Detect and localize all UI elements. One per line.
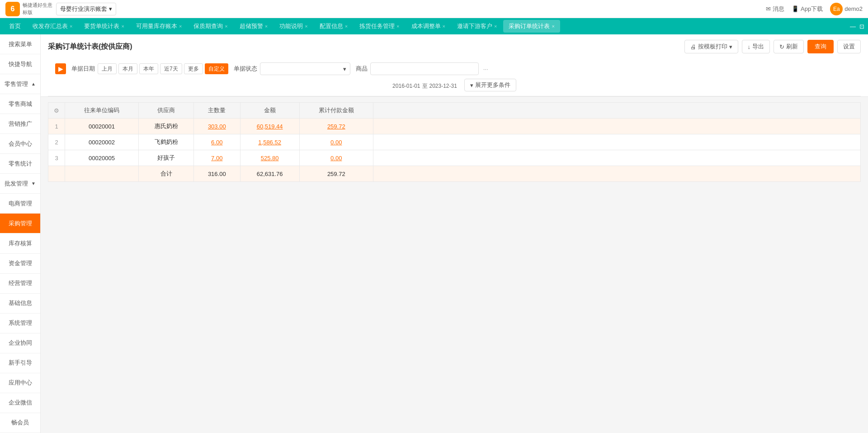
tab-jianhuo[interactable]: 拣货任务管理 × (354, 20, 405, 33)
tab-kuyun[interactable]: 可用量库存账本 × (131, 20, 187, 33)
main-layout: 搜索菜单 快捷导航 零售管理 ▲ 零售商城 营销推广 会员中心 零售统计 批发管… (0, 34, 868, 433)
tab-caigou-close[interactable]: × (552, 24, 554, 29)
filter-goods-item: 商品 ··· (356, 62, 490, 75)
tab-caigou[interactable]: 采购订单统计表 × (503, 20, 560, 33)
page-header: 采购订单统计表(按供应商) 🖨 按模板打印 ▾ ↓ 导出 ↻ 刷新 (41, 34, 868, 97)
retail-mgmt-arrow-icon: ▲ (31, 81, 36, 86)
tab-shoufa[interactable]: 收发存汇总表 × (27, 20, 78, 33)
company-selector[interactable]: 母婴行业演示账套 ▾ (56, 3, 116, 15)
sidebar-item-marketing[interactable]: 营销推广 (0, 114, 40, 134)
tab-yaoqing[interactable]: 邀请下游客户 × (452, 20, 502, 33)
goods-more-icon[interactable]: ··· (481, 66, 490, 72)
sidebar-item-member[interactable]: 会员中心 (0, 134, 40, 154)
sidebar-item-retail-mgmt[interactable]: 零售管理 ▲ (0, 74, 40, 94)
sidebar-item-app-center[interactable]: 应用中心 (0, 373, 40, 393)
logo-area: 6 畅捷通好生意标版 (5, 2, 52, 16)
refresh-icon: ↻ (779, 43, 784, 50)
footer-label: 合计 (139, 166, 194, 182)
col-code: 往来单位编码 (65, 103, 139, 119)
expand-filter-button[interactable]: ▾ 展开更多条件 (464, 79, 516, 91)
nav-minimize-icon[interactable]: — (850, 23, 856, 30)
print-button[interactable]: 🖨 按模板打印 ▾ (684, 40, 738, 53)
tab-chengben-close[interactable]: × (443, 24, 445, 29)
sidebar-item-basic-info[interactable]: 基础信息 (0, 294, 40, 314)
export-button[interactable]: ↓ 导出 (742, 40, 770, 53)
sidebar-item-purchase[interactable]: 采购管理 (0, 214, 40, 233)
app-download-button[interactable]: 📱 App下载 (792, 5, 823, 13)
data-table: ⚙ 往来单位编码 供应商 主数量 金额 累计付款金额 1 00020001 (48, 102, 861, 182)
date-btn-this-year[interactable]: 本年 (139, 63, 158, 74)
tab-baozhi[interactable]: 保质期查询 × (188, 20, 233, 33)
sidebar-item-nav[interactable]: 快捷导航 (0, 54, 40, 74)
row-extra (373, 134, 860, 150)
sidebar-item-operations-label: 经营管理 (9, 279, 32, 287)
col-supplier: 供应商 (139, 103, 194, 119)
date-range-end: 2023-12-31 (429, 83, 457, 89)
query-button[interactable]: 查询 (807, 40, 834, 53)
date-btn-7days[interactable]: 近7天 (160, 63, 182, 74)
collapse-toggle-button[interactable]: ▶ (55, 63, 66, 74)
tab-shoufa-close[interactable]: × (70, 24, 72, 29)
refresh-label: 刷新 (786, 43, 798, 51)
tab-chaochun-close[interactable]: × (265, 24, 268, 29)
row-num: 2 (48, 134, 65, 150)
logo-icon: 6 (5, 2, 20, 16)
sidebar: 搜索菜单 快捷导航 零售管理 ▲ 零售商城 营销推广 会员中心 零售统计 批发管… (0, 34, 41, 433)
nav-maximize-icon[interactable]: ⊡ (859, 23, 864, 30)
tab-chaochun[interactable]: 超储预警 × (234, 20, 273, 33)
message-button[interactable]: ✉ 消息 (766, 5, 784, 13)
user-profile[interactable]: Ea demo2 (830, 3, 863, 15)
row-supplier: 飞鹤奶粉 (139, 134, 194, 150)
sidebar-item-finance[interactable]: 资金管理 (0, 254, 40, 274)
tab-yaohuo-close[interactable]: × (121, 24, 124, 29)
sidebar-item-retail-stats[interactable]: 零售统计 (0, 154, 40, 174)
sidebar-item-guide[interactable]: 新手引导 (0, 353, 40, 373)
app-download-label: App下载 (801, 5, 823, 13)
col-settings-icon[interactable]: ⚙ (54, 107, 59, 114)
tab-yaohuo[interactable]: 要货单统计表 × (79, 20, 129, 33)
tab-jianhuo-label: 拣货任务管理 (359, 22, 395, 30)
sidebar-item-wholesale[interactable]: 批发管理 ▼ (0, 174, 40, 194)
sidebar-item-search[interactable]: 搜索菜单 (0, 34, 40, 54)
date-btn-more[interactable]: 更多 (184, 63, 203, 74)
sidebar-item-member2[interactable]: 畅会员 (0, 413, 40, 433)
tab-yaoqing-close[interactable]: × (494, 24, 497, 29)
date-btn-this-month[interactable]: 本月 (118, 63, 137, 74)
tab-gongneng-close[interactable]: × (305, 24, 307, 29)
tab-chengben[interactable]: 成本调整单 × (406, 20, 451, 33)
col-amount: 金额 (240, 103, 299, 119)
goods-input[interactable] (370, 62, 479, 75)
sidebar-item-member-label: 会员中心 (9, 140, 32, 148)
company-name: 母婴行业演示账套 (60, 5, 107, 13)
sidebar-item-system[interactable]: 系统管理 (0, 314, 40, 333)
date-range-sep: 至 (422, 82, 428, 90)
sidebar-item-collab[interactable]: 企业协同 (0, 333, 40, 353)
user-avatar: Ea (830, 3, 843, 15)
tab-gongneng[interactable]: 功能说明 × (274, 20, 313, 33)
sidebar-item-retail-shop[interactable]: 零售商城 (0, 94, 40, 114)
sidebar-item-operations[interactable]: 经营管理 (0, 274, 40, 294)
date-btn-last-month[interactable]: 上月 (98, 63, 117, 74)
export-label: 导出 (752, 43, 764, 51)
date-btn-custom[interactable]: 自定义 (205, 63, 228, 74)
top-bar-left: 6 畅捷通好生意标版 母婴行业演示账套 ▾ (5, 2, 116, 16)
setting-button[interactable]: 设置 (837, 40, 861, 53)
refresh-button[interactable]: ↻ 刷新 (774, 40, 804, 53)
sidebar-item-inventory[interactable]: 库存核算 (0, 233, 40, 253)
tab-baozhi-close[interactable]: × (225, 24, 227, 29)
sidebar-item-wholesale-label: 批发管理 (5, 180, 28, 188)
footer-row: 合计 316.00 62,631.76 259.72 (48, 166, 861, 182)
sidebar-item-member2-label: 畅会员 (11, 419, 29, 427)
sidebar-item-wechat[interactable]: 企业微信 (0, 393, 40, 413)
tab-peizhi-close[interactable]: × (345, 24, 348, 29)
status-filter-label: 单据状态 (234, 65, 257, 73)
footer-amount: 62,631.76 (240, 166, 299, 182)
tab-kuyun-close[interactable]: × (179, 24, 182, 29)
sidebar-item-ecommerce[interactable]: 电商管理 (0, 194, 40, 214)
tab-jianhuo-close[interactable]: × (396, 24, 399, 29)
message-icon: ✉ (766, 5, 771, 12)
tab-home[interactable]: 首页 (4, 20, 26, 33)
tab-peizhi[interactable]: 配置信息 × (314, 20, 353, 33)
date-filter-label: 单据日期 (71, 65, 95, 73)
status-select[interactable]: ▾ (260, 62, 350, 75)
